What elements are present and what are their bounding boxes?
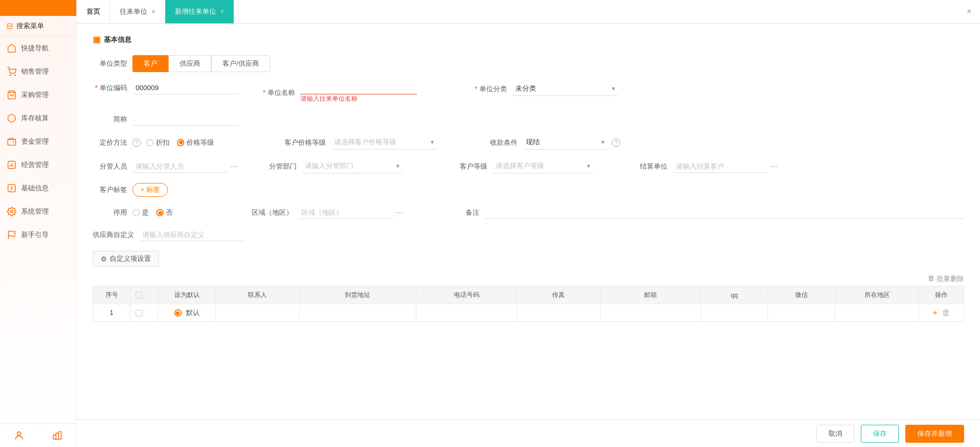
unit-category-select[interactable]: 未分类 ▾ [512,82,618,96]
tabbar-close-all[interactable]: × [958,0,980,23]
sidebar-item-sales[interactable]: 销售管理 [0,60,76,83]
th-wechat: 微信 [768,286,835,304]
td-default: 默认 [158,304,216,322]
td-contact[interactable] [216,304,299,322]
row-add-btn[interactable]: + [932,308,937,318]
unit-category-label: 单位分类 [474,84,512,94]
td-wechat-input[interactable] [786,309,817,317]
sidebar-item-guide[interactable]: 新手引导 [0,223,76,247]
td-address[interactable] [299,304,416,322]
disabled-yes-label: 是 [142,208,149,217]
table-header-checkbox[interactable] [136,292,142,299]
tab-partner[interactable]: 往来单位 × [110,0,165,23]
td-address-input[interactable] [326,309,389,317]
tab-partner-close[interactable]: × [152,8,155,15]
disabled-label: 停用 [93,208,132,217]
customer-level-select[interactable]: 请选择客户等级 ▾ [493,159,593,173]
sidebar-item-finance[interactable]: 资金管理 [0,130,76,153]
chart-icon [6,160,17,170]
remark-input[interactable] [485,206,964,219]
settlement-input[interactable] [673,160,768,173]
type-btn-both[interactable]: 客户/供应商 [211,55,270,72]
td-wechat[interactable] [768,304,835,322]
td-fax-input[interactable] [537,309,580,317]
payment-chevron: ▾ [601,138,604,146]
tab-home[interactable]: 首页 [77,0,110,23]
pricing-help-icon[interactable]: ? [132,138,141,147]
sidebar-item-operations[interactable]: 经营管理 [0,153,76,177]
td-phone-input[interactable] [440,309,493,317]
disabled-row: 停用 是 否 区域（地区） ··· [93,206,964,219]
dept-select[interactable]: 请输入分管部门 ▾ [302,159,403,173]
sidebar-sales-label: 销售管理 [21,67,49,76]
batch-delete-label[interactable]: 批量删除 [937,274,964,284]
customer-level-placeholder: 请选择客户等级 [496,161,544,171]
sidebar-item-purchase[interactable]: 采购管理 [0,83,76,107]
sidebar-item-inventory[interactable]: 库存核算 [0,107,76,130]
td-phone[interactable] [416,304,516,322]
th-region: 所在地区 [835,286,919,304]
tab-new-partner-close[interactable]: × [220,8,224,15]
th-fax: 传真 [516,286,600,304]
section-icon: ▣ [93,34,101,45]
add-tag-button[interactable]: + 标签 [132,183,168,197]
svg-rect-3 [8,139,16,145]
unit-type-label: 单位类型 [93,59,132,68]
td-email-input[interactable] [624,309,677,317]
abbr-input[interactable] [132,113,238,126]
sidebar-bottom-right[interactable] [38,424,76,447]
sidebar-bottom-left[interactable] [0,424,38,447]
td-region[interactable] [835,304,919,322]
pricing-discount-radio[interactable]: 折扣 [146,138,170,147]
th-index: 序号 [93,286,130,304]
sidebar-item-quicknav[interactable]: 快捷导航 [0,37,76,60]
disabled-yes-radio[interactable]: 是 [132,208,149,217]
payment-help-icon[interactable]: ? [612,138,620,147]
cancel-button[interactable]: 取消 [816,425,854,443]
gear-icon [6,206,17,217]
code-name-category-row: 单位编码 单位名称 请输入往来单位名称 单位分类 未分类 ▾ [93,82,964,103]
manager-input[interactable] [132,160,228,173]
unit-category-chevron: ▾ [612,85,615,92]
manager-label: 分管人员 [93,162,132,171]
unit-name-input[interactable] [300,82,417,94]
pricing-discount-circle [146,139,154,146]
td-qq-input[interactable] [718,309,750,317]
td-email[interactable] [600,304,700,322]
row-default-radio[interactable]: 默认 [164,308,210,318]
info-icon [6,183,17,194]
supplier-custom-input[interactable] [139,229,245,241]
sidebar-item-basic[interactable]: 基础信息 [0,177,76,200]
row-checkbox[interactable] [136,310,142,317]
td-region-input[interactable] [856,309,898,317]
save-and-new-button[interactable]: 保存并新增 [905,425,964,443]
home-icon [6,43,17,54]
customer-price-label: 客户价格等级 [283,138,331,147]
region-input[interactable] [298,206,394,219]
row-del-btn[interactable]: 🗑 [942,308,950,318]
unit-name-col: 请输入往来单位名称 [300,82,417,103]
custom-settings-button[interactable]: ⚙ 自定义项设置 [93,251,159,267]
region-dots[interactable]: ··· [394,208,405,217]
settlement-dots[interactable]: ··· [768,162,779,171]
tab-new-partner[interactable]: 新增往来单位 × [165,0,234,23]
sidebar-item-search[interactable]: ⊟ 搜索菜单 [0,16,76,37]
type-btn-customer[interactable]: 客户 [132,55,168,72]
type-btn-supplier[interactable]: 供应商 [168,55,211,72]
supplier-custom-label: 供应商自定义 [93,230,139,240]
unit-code-input[interactable] [132,82,238,94]
save-button[interactable]: 保存 [861,425,899,443]
payment-select[interactable]: 现结 ▾ [523,135,608,150]
td-index: 1 [93,304,130,322]
sidebar-item-system[interactable]: 系统管理 [0,200,76,223]
table-row: 1 默认 [93,304,964,322]
td-contact-input[interactable] [236,309,279,317]
pricing-pricelevel-radio[interactable]: 价格等级 [177,138,214,147]
td-qq[interactable] [701,304,768,322]
customer-price-select[interactable]: 请选择客户价格等级 ▾ [331,135,437,150]
box-icon [6,113,17,124]
manager-dots[interactable]: ··· [228,162,239,171]
td-fax[interactable] [516,304,600,322]
sidebar: ⊟ 搜索菜单 快捷导航 销售管理 采购管理 库存核算 资金管理 经营 [0,0,77,447]
disabled-no-radio[interactable]: 否 [156,208,173,217]
